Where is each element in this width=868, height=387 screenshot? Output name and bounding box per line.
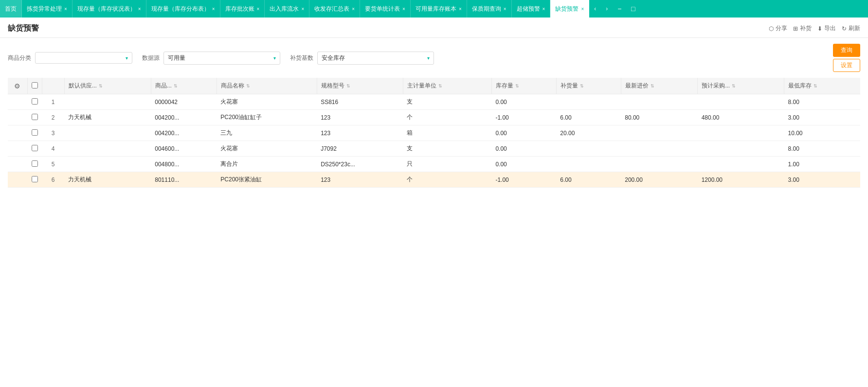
nav-tab-overstock[interactable]: 超储预警 × [512, 0, 551, 18]
row-checkbox-cell [27, 125, 42, 141]
top-nav: 首页 拣货异常处理 × 现存量（库存状况表） × 现存量（库存分布表） × 库存… [0, 0, 868, 18]
close-icon[interactable]: × [581, 6, 584, 12]
data-table: ⚙ 默认供应... ⇅ 商品... [8, 78, 860, 188]
datasource-select[interactable]: 可用量 ▾ [163, 52, 280, 65]
column-stock[interactable]: 库存量 ⇅ [491, 78, 556, 94]
category-value [39, 54, 41, 61]
restock-base-select[interactable]: 安全库存 ▾ [317, 52, 434, 65]
query-button[interactable]: 查询 [833, 44, 860, 57]
sort-icon: ⇅ [580, 84, 584, 88]
close-icon[interactable]: × [212, 6, 215, 12]
close-icon[interactable]: × [504, 6, 506, 12]
nav-tab-summary[interactable]: 收发存汇总表 × [309, 0, 360, 18]
row-min-stock: 10.00 [784, 125, 860, 141]
page-header: 缺货预警 ⬡ 分享 ⊞ 补货 ⬇ 导出 ↻ 刷新 [0, 18, 868, 38]
row-min-stock: 1.00 [784, 157, 860, 172]
nav-tab-available[interactable]: 可用量库存账本 × [411, 0, 467, 18]
row-product-code: 004800... [151, 157, 217, 172]
column-spec[interactable]: 规格型号 ⇅ [317, 78, 403, 94]
row-checkbox[interactable] [32, 176, 38, 182]
gear-icon[interactable]: ⚙ [14, 82, 20, 90]
column-restock-qty[interactable]: 补货量 ⇅ [556, 78, 621, 94]
close-icon[interactable]: × [257, 6, 260, 12]
nav-tab-stock1[interactable]: 现存量（库存状况表） × [72, 0, 146, 18]
row-unit: 只 [403, 157, 491, 172]
row-checkbox[interactable] [32, 129, 38, 136]
row-est-purchase [698, 94, 784, 110]
row-min-stock: 3.00 [784, 172, 860, 188]
row-checkbox-cell [27, 157, 42, 172]
row-product-name: PC200油缸缸子 [217, 110, 317, 125]
row-checkbox[interactable] [32, 98, 38, 105]
close-icon[interactable]: × [64, 6, 67, 12]
share-button[interactable]: ⬡ 分享 [769, 24, 787, 33]
row-num: 5 [42, 157, 64, 172]
column-latest-price[interactable]: 最新进价 ⇅ [621, 78, 697, 94]
page-title: 缺货预警 [8, 23, 39, 34]
row-spec: J7092 [317, 141, 403, 157]
row-gear-cell [8, 172, 27, 188]
row-supplier [64, 94, 151, 110]
nav-tab-batch[interactable]: 库存批次账 × [220, 0, 265, 18]
main-content: 缺货预警 ⬡ 分享 ⊞ 补货 ⬇ 导出 ↻ 刷新 商品分类 [0, 18, 868, 387]
nav-tab-inout[interactable]: 出入库流水 × [265, 0, 309, 18]
row-product-code: 004200... [151, 110, 217, 125]
row-latest-price [621, 157, 697, 172]
column-product-name[interactable]: 商品名称 ⇅ [217, 78, 317, 94]
row-stock: 0.00 [491, 125, 556, 141]
nav-minimize-button[interactable]: − [613, 0, 626, 18]
table-container: ⚙ 默认供应... ⇅ 商品... [0, 78, 868, 188]
nav-tab-picking[interactable]: 拣货异常处理 × [22, 0, 72, 18]
category-select[interactable]: ▾ [35, 52, 132, 64]
row-est-purchase: 480.00 [698, 110, 784, 125]
export-button[interactable]: ⬇ 导出 [817, 24, 836, 33]
nav-tab-demand[interactable]: 要货单统计表 × [360, 0, 411, 18]
column-est-purchase[interactable]: 预计采购... ⇅ [698, 78, 784, 94]
nav-tab-shortage[interactable]: 缺货预警 × [550, 0, 589, 18]
row-latest-price: 80.00 [621, 110, 697, 125]
settings-button[interactable]: 设置 [833, 59, 860, 72]
nav-next-button[interactable]: › [601, 0, 613, 18]
row-num: 3 [42, 125, 64, 141]
header-actions: ⬡ 分享 ⊞ 补货 ⬇ 导出 ↻ 刷新 [769, 24, 860, 33]
row-checkbox[interactable] [32, 160, 38, 167]
nav-prev-button[interactable]: ‹ [589, 0, 601, 18]
table-row: 5 004800... 离合片 DS250*23c... 只 0.00 1.00 [8, 157, 860, 172]
refresh-button[interactable]: ↻ 刷新 [842, 24, 860, 33]
row-product-name: PC200张紧油缸 [217, 172, 317, 188]
restock-icon: ⊞ [793, 25, 798, 32]
nav-tab-stock2[interactable]: 现存量（库存分布表） × [146, 0, 220, 18]
column-product-code[interactable]: 商品... ⇅ [151, 78, 217, 94]
chevron-down-icon: ▾ [427, 55, 430, 61]
column-min-stock[interactable]: 最低库存 ⇅ [784, 78, 860, 94]
close-icon[interactable]: × [542, 6, 545, 12]
table-header-row: ⚙ 默认供应... ⇅ 商品... [8, 78, 860, 94]
row-stock: -1.00 [491, 172, 556, 188]
row-checkbox[interactable] [32, 114, 38, 120]
column-gear: ⚙ [8, 78, 27, 94]
close-icon[interactable]: × [138, 6, 141, 12]
row-gear-cell [8, 125, 27, 141]
row-product-code: 004600... [151, 141, 217, 157]
sort-icon: ⇅ [814, 84, 817, 88]
nav-maximize-button[interactable]: □ [626, 0, 640, 18]
restock-button[interactable]: ⊞ 补货 [793, 24, 812, 33]
row-restock-qty: 20.00 [556, 125, 621, 141]
share-icon: ⬡ [769, 25, 774, 32]
row-gear-cell [8, 141, 27, 157]
nav-tab-home[interactable]: 首页 [0, 0, 22, 18]
nav-tab-expiry[interactable]: 保质期查询 × [467, 0, 512, 18]
close-icon[interactable]: × [402, 6, 405, 12]
close-icon[interactable]: × [459, 6, 462, 12]
column-unit[interactable]: 主计量单位 ⇅ [403, 78, 491, 94]
row-checkbox[interactable] [32, 145, 38, 151]
row-latest-price: 200.00 [621, 172, 697, 188]
column-supplier[interactable]: 默认供应... ⇅ [64, 78, 151, 94]
select-all-checkbox[interactable] [32, 82, 38, 88]
close-icon[interactable]: × [301, 6, 304, 12]
sort-icon: ⇅ [515, 84, 519, 88]
row-gear-cell [8, 110, 27, 125]
table-row: 3 004200... 三九 123 箱 0.00 20.00 10.00 [8, 125, 860, 141]
close-icon[interactable]: × [352, 6, 355, 12]
row-stock: -1.00 [491, 110, 556, 125]
